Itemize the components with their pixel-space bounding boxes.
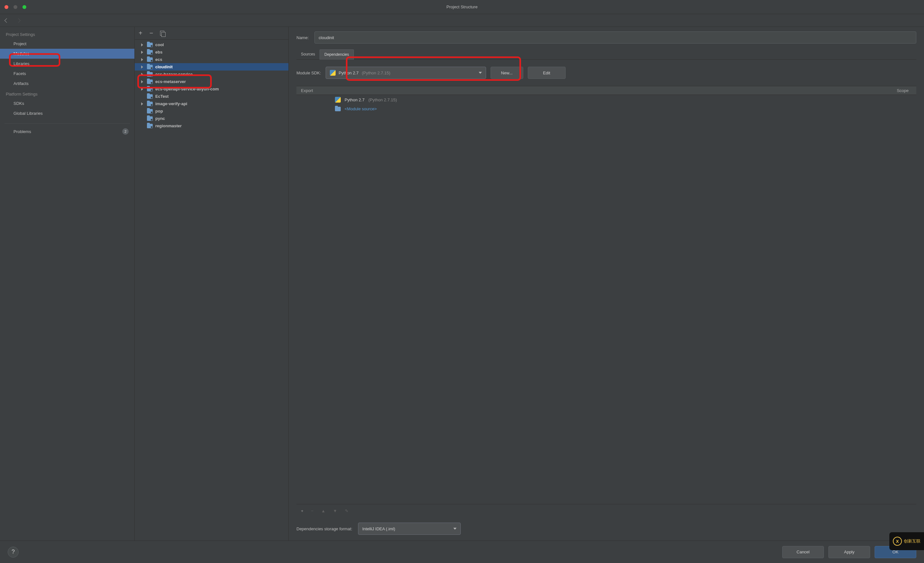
storage-format-value: IntelliJ IDEA (.iml): [362, 526, 395, 531]
remove-module-icon[interactable]: [150, 30, 153, 37]
module-tree-toolbar: [135, 27, 288, 40]
folder-icon: [147, 87, 153, 91]
tree-item-label: cool: [155, 42, 164, 47]
tree-item-image-verify-api[interactable]: image-verify-api: [135, 100, 288, 108]
dialog-footer: ? Cancel Apply OK: [0, 541, 924, 563]
chevron-down-icon: [478, 72, 482, 74]
python-icon: [330, 70, 336, 76]
deps-header-export: Export: [301, 88, 313, 93]
deps-row-name: <Module source>: [345, 106, 376, 111]
window-controls: [4, 5, 26, 9]
module-sdk-value-detail: (Python 2.7.15): [362, 70, 390, 75]
tree-item-label: pync: [155, 116, 165, 121]
folder-icon: [147, 102, 153, 106]
watermark-text: 创新互联: [904, 538, 921, 544]
name-label: Name:: [297, 35, 309, 40]
window-title: Project Structure: [447, 4, 478, 9]
tree-item-pop[interactable]: pop: [135, 108, 288, 115]
sidebar-item-modules[interactable]: Modules: [0, 49, 134, 59]
folder-icon: [147, 109, 153, 114]
sidebar-item-global-libraries[interactable]: Global Libraries: [0, 108, 134, 118]
module-tree: cool ebs ecs cloudinit ecs-bazaar-servic…: [135, 40, 288, 131]
apply-button[interactable]: Apply: [828, 546, 870, 558]
nav-arrows: [5, 18, 21, 23]
sidebar-item-label: Global Libraries: [14, 111, 43, 116]
sidebar-heading-project-settings: Project Settings: [0, 29, 134, 39]
deps-row-python[interactable]: Python 2.7 (Python 2.7.15): [297, 95, 916, 105]
new-sdk-button[interactable]: New...: [490, 67, 523, 79]
tree-item-ecs-openapi-service-aliyun-com[interactable]: ecs-openapi-service-aliyun-com: [135, 85, 288, 93]
sidebar-item-project[interactable]: Project: [0, 39, 134, 49]
remove-dependency-icon: −: [311, 509, 314, 513]
add-module-icon[interactable]: [139, 30, 142, 37]
sidebar-item-libraries[interactable]: Libraries: [0, 59, 134, 69]
tree-item-label: ecs-metaserver: [155, 79, 186, 84]
module-sdk-dropdown[interactable]: Python 2.7 (Python 2.7.15): [326, 67, 486, 79]
edit-sdk-button[interactable]: Edit: [528, 67, 566, 79]
tree-item-label: ecs-openapi-service-aliyun-com: [155, 87, 219, 91]
tree-item-label: ecs-bazaar-service: [155, 72, 192, 76]
tree-item-pync[interactable]: pync: [135, 115, 288, 122]
watermark-badge: X 创新互联: [890, 532, 924, 550]
sidebar-item-label: Problems: [14, 129, 31, 134]
tab-dependencies[interactable]: Dependencies: [320, 49, 354, 60]
deps-row-module-source[interactable]: <Module source>: [297, 105, 916, 113]
tree-item-ecs[interactable]: ecs: [135, 56, 288, 63]
add-dependency-icon[interactable]: +: [301, 509, 303, 513]
folder-icon: [147, 124, 153, 128]
tree-item-label: ecs: [155, 57, 162, 62]
tree-item-label: EcTest: [155, 94, 169, 99]
tree-item-label: pop: [155, 109, 163, 114]
sidebar-item-label: Project: [14, 41, 26, 46]
tab-sources[interactable]: Sources: [297, 49, 320, 59]
minimize-window-icon[interactable]: [14, 5, 17, 9]
source-folder-icon: [335, 107, 341, 111]
storage-format-label: Dependencies storage format:: [297, 526, 352, 531]
storage-format-dropdown[interactable]: IntelliJ IDEA (.iml): [358, 523, 461, 535]
deps-header-scope: Scope: [897, 88, 912, 93]
tree-item-label: cloudinit: [155, 64, 172, 69]
close-window-icon[interactable]: [4, 5, 8, 9]
module-tabs: Sources Dependencies: [297, 49, 916, 60]
name-field-value: cloudinit: [319, 35, 334, 40]
back-icon[interactable]: [5, 18, 10, 23]
name-field[interactable]: cloudinit: [314, 31, 916, 43]
cancel-button[interactable]: Cancel: [782, 546, 824, 558]
help-button[interactable]: ?: [8, 547, 19, 557]
deps-row-name: Python 2.7: [345, 97, 364, 102]
folder-icon: [147, 116, 153, 121]
sidebar-item-sdks[interactable]: SDKs: [0, 99, 134, 108]
tree-item-cloudinit[interactable]: cloudinit: [135, 63, 288, 70]
folder-icon: [147, 43, 153, 47]
problems-count-badge: 2: [122, 128, 129, 135]
module-sdk-value-name: Python 2.7: [339, 70, 359, 75]
module-editor: Name: cloudinit Sources Dependencies Mod…: [289, 27, 924, 541]
tree-item-cool[interactable]: cool: [135, 41, 288, 48]
sidebar-item-artifacts[interactable]: Artifacts: [0, 79, 134, 88]
tree-item-regionmaster[interactable]: regionmaster: [135, 122, 288, 130]
sidebar-item-facets[interactable]: Facets: [0, 69, 134, 79]
deps-table: Python 2.7 (Python 2.7.15) <Module sourc…: [297, 95, 916, 504]
module-sdk-label: Module SDK:: [297, 70, 321, 75]
sidebar-item-label: Libraries: [14, 61, 30, 66]
tree-item-ecs-bazaar-service[interactable]: ecs-bazaar-service: [135, 70, 288, 78]
edit-dependency-icon: ✎: [345, 509, 348, 513]
python-icon: [335, 97, 341, 103]
move-up-icon: ▲: [321, 509, 326, 513]
watermark-glyph-icon: X: [893, 537, 902, 546]
sidebar: Project Settings Project Modules Librari…: [0, 27, 135, 541]
tree-item-ectest[interactable]: EcTest: [135, 93, 288, 100]
module-tree-panel: cool ebs ecs cloudinit ecs-bazaar-servic…: [135, 27, 289, 541]
copy-module-icon[interactable]: [160, 31, 165, 36]
move-down-icon: ▼: [333, 509, 337, 513]
folder-icon: [147, 72, 153, 76]
tree-item-label: image-verify-api: [155, 101, 188, 106]
folder-icon: [147, 50, 153, 54]
sidebar-item-label: Facets: [14, 71, 26, 76]
maximize-window-icon[interactable]: [22, 5, 26, 9]
tree-item-ebs[interactable]: ebs: [135, 48, 288, 56]
tree-item-ecs-metaserver[interactable]: ecs-metaserver: [135, 78, 288, 85]
sidebar-item-problems[interactable]: Problems 2: [0, 126, 134, 137]
folder-icon: [147, 65, 153, 69]
folder-icon: [147, 57, 153, 62]
